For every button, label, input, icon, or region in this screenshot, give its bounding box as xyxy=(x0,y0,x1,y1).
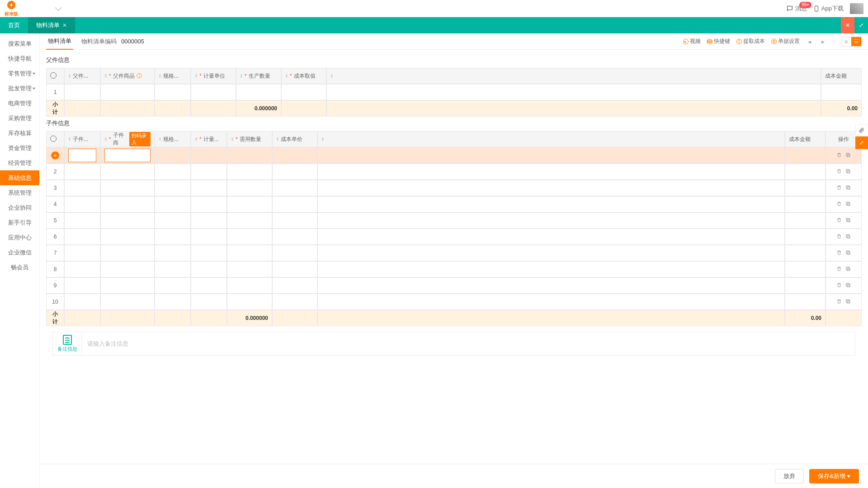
sidebar-item-10[interactable]: 系统管理 xyxy=(0,185,39,200)
child-row[interactable]: 8 xyxy=(46,261,862,277)
sidebar-item-8[interactable]: 经营管理 xyxy=(0,155,39,170)
parent-config-button[interactable] xyxy=(46,68,64,84)
expand-button[interactable]: ⤢ xyxy=(854,17,868,33)
delete-row-button[interactable] xyxy=(836,299,842,305)
prev-doc-button[interactable]: ◂ xyxy=(806,38,813,45)
child-config-button[interactable] xyxy=(46,131,64,147)
child-row[interactable]: 3 xyxy=(46,180,862,196)
th-parent-code[interactable]: ▲▼父件... xyxy=(64,68,100,84)
content: 物料清单 物料清单编码 0000005 ▸视频 ⌨快捷键 ↧提取成本 ⚙单据设置… xyxy=(40,33,868,488)
copy-row-button[interactable] xyxy=(845,152,851,159)
top-bar: 标准版 消息 99+ App下载 xyxy=(0,0,868,17)
tab-home[interactable]: 首页 xyxy=(0,17,28,33)
save-add-button[interactable]: 保存&新增▾ xyxy=(809,469,859,483)
copy-row-button[interactable] xyxy=(845,250,851,256)
copy-row-button[interactable] xyxy=(845,217,851,224)
avatar[interactable] xyxy=(850,3,863,14)
view-form-button[interactable]: ☷ xyxy=(851,37,861,46)
next-doc-button[interactable]: ▸ xyxy=(820,38,827,45)
sidebar-item-9[interactable]: 基础信息 xyxy=(0,170,39,185)
svg-rect-11 xyxy=(847,235,850,238)
sidebar-item-6[interactable]: 库存核算 xyxy=(0,126,39,141)
copy-row-button[interactable] xyxy=(845,266,851,272)
svg-rect-15 xyxy=(847,268,850,271)
note-icon xyxy=(63,335,72,345)
th-child-code[interactable]: ▲▼子件... xyxy=(64,131,100,147)
sidebar-item-0[interactable]: 搜索菜单 xyxy=(0,36,39,51)
sidebar-item-14[interactable]: 企业微信 xyxy=(0,245,39,260)
delete-row-button[interactable] xyxy=(836,250,842,256)
delete-row-button[interactable] xyxy=(836,266,842,272)
th-child-unit-cost[interactable]: ▲▼成本单价 xyxy=(272,131,317,147)
delete-row-button[interactable] xyxy=(836,169,842,175)
close-all-tabs-button[interactable]: ✕ xyxy=(841,17,854,33)
th-parent-product[interactable]: ▲▼*父件商品ⓘ xyxy=(100,68,155,84)
company-name xyxy=(27,5,29,12)
sidebar-item-5[interactable]: 采购管理 xyxy=(0,111,39,126)
delete-row-button[interactable] xyxy=(836,217,842,224)
th-parent-costpick[interactable]: ▲▼*成本取值 xyxy=(281,68,326,84)
child-row[interactable]: 4 xyxy=(46,196,862,212)
sidebar-item-7[interactable]: 资金管理 xyxy=(0,141,39,155)
app-download-button[interactable]: App下载 xyxy=(813,5,844,13)
delete-row-button[interactable] xyxy=(836,201,842,207)
sidebar-item-1[interactable]: 快捷导航 xyxy=(0,51,39,66)
copy-row-button[interactable] xyxy=(845,169,851,175)
sidebar-item-2[interactable]: 零售管理 xyxy=(0,66,39,81)
expand-panel-button[interactable]: ⤢ xyxy=(855,136,868,149)
svg-rect-13 xyxy=(847,252,850,254)
child-row[interactable]: + xyxy=(46,147,862,164)
view-list-button[interactable]: ≡ xyxy=(841,37,851,46)
sidebar-item-4[interactable]: 电商管理 xyxy=(0,96,39,111)
sidebar-item-12[interactable]: 新手引导 xyxy=(0,215,39,230)
extract-icon: ↧ xyxy=(736,39,742,44)
th-child-product[interactable]: ▲▼*子件商扫码录入 xyxy=(100,131,155,147)
discard-button[interactable]: 放弃 xyxy=(775,469,804,483)
copy-row-button[interactable] xyxy=(845,299,851,305)
sidebar-item-3[interactable]: 批发管理 xyxy=(0,81,39,96)
th-child-spec[interactable]: ▲▼规格... xyxy=(155,131,191,147)
copy-row-button[interactable] xyxy=(845,185,851,191)
parent-row[interactable]: 1 xyxy=(46,84,862,100)
sidebar-item-13[interactable]: 应用中心 xyxy=(0,230,39,245)
copy-row-button[interactable] xyxy=(845,234,851,240)
delete-row-button[interactable] xyxy=(836,185,842,191)
messages-button[interactable]: 消息 99+ xyxy=(786,5,807,13)
th-child-qty[interactable]: ▲▼*需用数量 xyxy=(227,131,272,147)
video-link[interactable]: ▸视频 xyxy=(683,38,701,45)
child-row[interactable]: 2 xyxy=(46,164,862,180)
delete-row-button[interactable] xyxy=(836,282,842,289)
th-parent-spec[interactable]: ▲▼规格... xyxy=(155,68,191,84)
svg-rect-17 xyxy=(847,284,850,287)
delete-row-button[interactable] xyxy=(836,152,842,159)
delete-row-button[interactable] xyxy=(836,234,842,240)
child-code-input[interactable] xyxy=(68,149,96,162)
extract-cost-link[interactable]: ↧提取成本 xyxy=(736,38,765,45)
hotkey-link[interactable]: ⌨快捷键 xyxy=(707,38,730,45)
child-product-input[interactable] xyxy=(104,149,151,162)
th-child-unit[interactable]: ▲▼*计量... xyxy=(191,131,227,147)
child-row[interactable]: 6 xyxy=(46,229,862,245)
child-row[interactable]: 5 xyxy=(46,212,862,229)
doc-setting-link[interactable]: ⚙单据设置 xyxy=(771,38,800,45)
copy-row-button[interactable] xyxy=(845,201,851,207)
copy-row-button[interactable] xyxy=(845,282,851,289)
sidebar-item-15[interactable]: 畅会员 xyxy=(0,260,39,275)
sidebar-item-11[interactable]: 企业协同 xyxy=(0,200,39,215)
th-parent-qty[interactable]: ▲▼*生产数量 xyxy=(236,68,281,84)
attachment-button[interactable] xyxy=(855,124,868,136)
chevron-down-icon xyxy=(32,88,36,89)
logo-icon xyxy=(6,0,16,10)
th-parent-unit[interactable]: ▲▼*计量单位 xyxy=(191,68,236,84)
tab-bom[interactable]: 物料清单 ✕ xyxy=(28,17,75,33)
logo: 标准版 xyxy=(5,0,18,17)
scan-input-tag[interactable]: 扫码录入 xyxy=(129,132,151,146)
close-icon[interactable]: ✕ xyxy=(62,22,67,28)
company-selector[interactable] xyxy=(23,5,65,12)
child-row[interactable]: 9 xyxy=(46,277,862,294)
child-row[interactable]: 7 xyxy=(46,245,862,261)
remarks-input[interactable] xyxy=(82,332,855,355)
add-row-button[interactable]: + xyxy=(51,151,59,160)
subtab-bom[interactable]: 物料清单 xyxy=(46,33,73,50)
child-row[interactable]: 10 xyxy=(46,294,862,310)
